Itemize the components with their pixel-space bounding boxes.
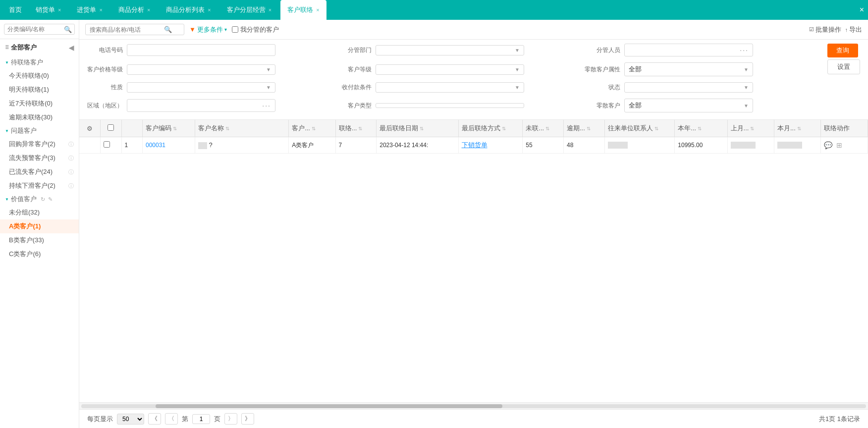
chat-icon[interactable]: 💬 (824, 141, 832, 149)
sidebar-item-churned[interactable]: 已流失客户(24) ⓘ (0, 165, 79, 179)
section-value-customers: ▼ 价值客户 ↻ ✎ (0, 193, 79, 206)
nav-tab-customer-contact[interactable]: 客户联络 × (280, 0, 326, 20)
section-pending-contact: ▼ 待联络客户 (0, 56, 79, 69)
price-select-arrow: ▼ (266, 67, 271, 72)
close-tab-purchase[interactable]: × (99, 7, 102, 13)
sort-uncontacted-icon[interactable]: ⇅ (545, 126, 549, 131)
close-tab-customer-contact[interactable]: × (316, 7, 319, 13)
close-tab-sales[interactable]: × (58, 7, 61, 13)
sidebar-item-today[interactable]: 今天待联络(0) (0, 69, 79, 83)
nav-tab-customer-tier[interactable]: 客户分层经营 × (220, 0, 278, 20)
nav-tab-sales[interactable]: 销货单 × (29, 0, 68, 20)
sidebar-item-ungrouped[interactable]: 未分组(32) (0, 206, 79, 219)
page-size-select[interactable]: 50 100 200 (117, 414, 144, 425)
filter-retail-attr: 零散客户属性 全部 ▼ (585, 62, 823, 76)
sort-level-icon[interactable]: ⇅ (312, 126, 316, 131)
filter-payment-select[interactable]: ▼ (376, 82, 524, 93)
sidebar-item-repurchase-abnormal[interactable]: 回购异常客户(2) ⓘ (0, 137, 79, 151)
sidebar-item-churn-warning[interactable]: 流失预警客户(3) ⓘ (0, 151, 79, 165)
sidebar-item-7days[interactable]: 近7天待联络(0) (0, 97, 79, 110)
first-page-button[interactable]: 《 (148, 413, 161, 425)
sidebar-search-icon[interactable]: 🔍 (64, 26, 72, 33)
horizontal-scrollbar[interactable] (79, 402, 868, 409)
row-name-cell: ? (195, 137, 289, 154)
sidebar-item-overdue[interactable]: 逾期未联络(30) (0, 110, 79, 124)
sort-year-icon[interactable]: ⇅ (698, 126, 702, 131)
page-size-label: 每页显示 (87, 415, 113, 424)
grid-action-icon[interactable]: ⊞ (836, 141, 842, 149)
filter-status-select[interactable]: ▼ (624, 82, 753, 93)
table-settings-icon[interactable]: ⚙ (87, 125, 93, 132)
refresh-icon[interactable]: ↻ (41, 196, 45, 203)
last-page-button[interactable]: 》 (241, 413, 254, 425)
batch-ops-button[interactable]: ☑ 批量操作 (809, 25, 841, 34)
export-button[interactable]: ↑ 导出 (845, 25, 863, 34)
sidebar-item-a-class[interactable]: A类客户(1) (0, 219, 79, 233)
nav-tab-purchase[interactable]: 进货单 × (70, 0, 109, 20)
more-filters-button[interactable]: ▼ 更多条件 ▾ (189, 25, 227, 34)
row-code-cell[interactable]: 000031 (143, 137, 195, 154)
filter-customer-level: 客户等级 ▼ (336, 64, 575, 75)
help-icon-3: ⓘ (68, 168, 74, 176)
my-customers-check-input[interactable] (232, 26, 238, 33)
filter-region-select[interactable]: ··· (127, 99, 275, 112)
filter-search-input[interactable] (90, 26, 164, 33)
nav-tab-analysis-list[interactable]: 商品分析列表 × (159, 0, 217, 20)
sidebar-item-b-class[interactable]: B类客户(33) (0, 233, 79, 247)
my-customers-checkbox[interactable]: 我分管的客户 (232, 25, 279, 34)
nav-home[interactable]: 首页 (4, 5, 27, 14)
sort-date-icon[interactable]: ⇅ (420, 126, 424, 131)
filter-retail-select[interactable]: 全部 ▼ (624, 99, 753, 112)
filter-nature-select[interactable]: ▼ (127, 82, 275, 93)
sort-this-month-icon[interactable]: ⇅ (797, 126, 801, 131)
select-all-checkbox[interactable] (108, 124, 114, 131)
query-button[interactable]: 查询 (827, 44, 858, 57)
col-settings: ⚙ (79, 120, 101, 137)
row-last-method-cell[interactable]: 下销货单 (458, 137, 523, 154)
filter-dept-select[interactable]: ▼ (376, 45, 524, 55)
close-tab-customer-tier[interactable]: × (269, 7, 271, 13)
sort-unit-icon[interactable]: ⇅ (654, 126, 658, 131)
sort-contacts-icon[interactable]: ⇅ (358, 126, 362, 131)
sidebar-item-c-class[interactable]: C类客户(6) (0, 247, 79, 261)
filter-search-box[interactable]: 🔍 (85, 24, 184, 35)
close-tab-analysis-list[interactable]: × (208, 7, 211, 13)
row-checkbox[interactable] (104, 141, 110, 148)
last-method-link[interactable]: 下销货单 (462, 141, 488, 149)
sidebar-collapse-icon[interactable]: ◀ (69, 44, 74, 52)
settings-button[interactable]: 设置 (827, 59, 860, 74)
filter-cust-type-select[interactable] (376, 103, 524, 108)
sidebar-item-declining[interactable]: 持续下滑客户(2) ⓘ (0, 179, 79, 193)
sidebar-all-customers[interactable]: ⠿ 全部客户 ◀ (0, 39, 79, 56)
sort-last-month-icon[interactable]: ⇅ (750, 126, 754, 131)
sidebar-item-tomorrow[interactable]: 明天待联络(1) (0, 83, 79, 97)
section-triangle-3: ▼ (5, 197, 9, 202)
sort-code-icon[interactable]: ⇅ (173, 126, 177, 131)
filter-phone-input[interactable] (127, 44, 275, 56)
filter-retail-attr-select[interactable]: 全部 ▼ (624, 62, 753, 76)
prev-page-button[interactable]: 〈 (165, 413, 178, 425)
edit-groups-icon[interactable]: ✎ (48, 196, 53, 203)
filter-manager-select[interactable]: ··· (624, 44, 753, 56)
filter-dept-label: 分管部门 (336, 46, 376, 54)
close-all-tabs[interactable]: × (860, 5, 864, 14)
close-tab-analysis[interactable]: × (147, 7, 150, 13)
filter-dept: 分管部门 ▼ (336, 45, 575, 55)
unit-contact-block (608, 142, 628, 149)
filter-buttons: 查询 设置 (827, 44, 860, 74)
row-this-month-cell (774, 137, 821, 154)
help-icon-4: ⓘ (68, 182, 74, 190)
next-page-button[interactable]: 〉 (224, 413, 237, 425)
filter-price-select[interactable]: ▼ (127, 64, 275, 75)
page-total: 共1页 1条记录 (819, 415, 860, 424)
page-number-input[interactable] (192, 414, 210, 424)
scroll-thumb[interactable] (156, 404, 502, 408)
scroll-track[interactable] (81, 404, 866, 408)
sort-name-icon[interactable]: ⇅ (225, 126, 229, 131)
nav-tab-analysis[interactable]: 商品分析 × (111, 0, 157, 20)
sort-overdue-icon[interactable]: ⇅ (587, 126, 591, 131)
filter-phone-label: 电话号码 (87, 46, 127, 54)
filter-cust-level-select[interactable]: ▼ (376, 64, 524, 75)
filter-search-icon[interactable]: 🔍 (164, 26, 172, 33)
sort-method-icon[interactable]: ⇅ (502, 126, 506, 131)
